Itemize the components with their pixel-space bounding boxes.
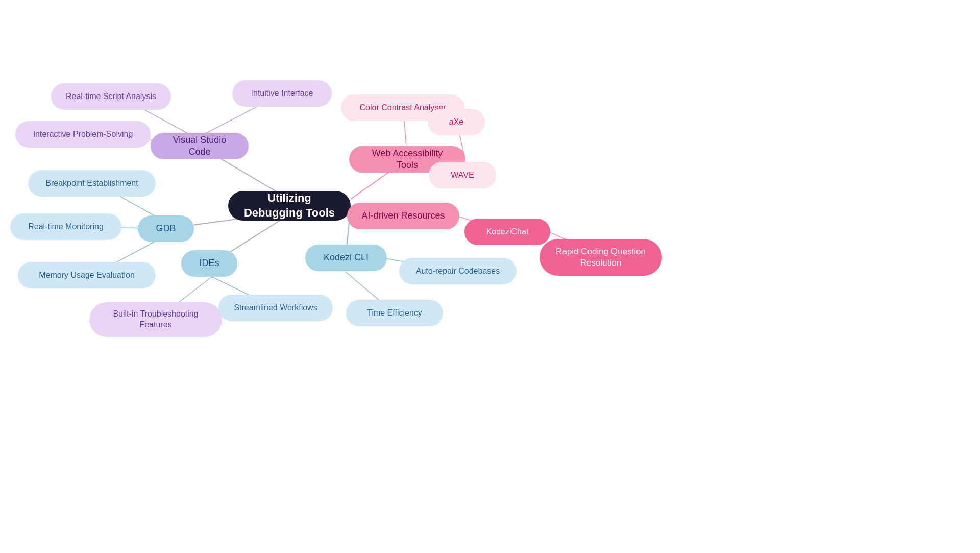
node-wave[interactable]: WAVE (429, 162, 496, 188)
node-ides[interactable]: IDEs (181, 250, 237, 277)
node-intuitive-interface[interactable]: Intuitive Interface (232, 80, 332, 107)
node-kodezi-cli[interactable]: Kodezi CLI (305, 245, 387, 271)
node-real-time-monitoring[interactable]: Real-time Monitoring (10, 213, 121, 240)
node-kodezi-chat[interactable]: KodeziChat (464, 219, 550, 245)
center-node: Utilizing Debugging Tools (228, 191, 351, 221)
node-memory-usage[interactable]: Memory Usage Evaluation (18, 262, 156, 288)
node-built-in[interactable]: Built-in Troubleshooting Features (89, 302, 222, 337)
node-auto-repair[interactable]: Auto-repair Codebases (399, 258, 517, 284)
node-visual-studio-code[interactable]: Visual Studio Code (151, 133, 249, 159)
node-breakpoint[interactable]: Breakpoint Establishment (28, 170, 156, 197)
node-rapid-coding[interactable]: Rapid Coding Question Resolution (540, 239, 662, 276)
node-ai-driven[interactable]: AI-driven Resources (347, 203, 459, 229)
node-time-efficiency[interactable]: Time Efficiency (346, 300, 443, 326)
node-streamlined[interactable]: Streamlined Workflows (218, 295, 333, 321)
node-gdb[interactable]: GDB (138, 215, 194, 242)
node-axe[interactable]: aXe (428, 109, 485, 135)
node-real-time-script[interactable]: Real-time Script Analysis (51, 83, 171, 110)
node-interactive-problem[interactable]: Interactive Problem-Solving (15, 121, 151, 148)
